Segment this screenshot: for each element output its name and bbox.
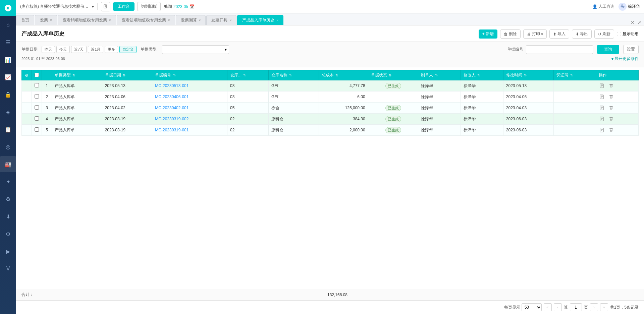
tab-home[interactable]: 首页 bbox=[16, 15, 34, 25]
td-checkbox[interactable] bbox=[32, 114, 42, 125]
show-detail-input[interactable] bbox=[617, 32, 621, 36]
edit-op-button[interactable] bbox=[599, 82, 605, 89]
next-page-button[interactable]: › bbox=[590, 303, 598, 311]
tab-invoice-open-close-icon[interactable]: × bbox=[229, 18, 231, 22]
edit-op-button[interactable] bbox=[599, 93, 605, 100]
date-btn-custom[interactable]: 自定义 bbox=[119, 46, 137, 53]
tab-product-history[interactable]: 产成品入库单历史 × bbox=[237, 15, 283, 25]
delete-op-button[interactable] bbox=[608, 116, 614, 122]
th-settings[interactable]: ⚙ bbox=[22, 70, 32, 80]
delete-op-button[interactable] bbox=[608, 127, 614, 133]
tab-invoice-calc[interactable]: 发票测算 × bbox=[176, 15, 206, 25]
td-checkbox[interactable] bbox=[32, 125, 42, 136]
sidebar-item-play[interactable]: ▶ bbox=[0, 243, 16, 259]
export-button[interactable]: ⬇ 导出 bbox=[572, 29, 592, 39]
date-btn-more[interactable]: 更多 bbox=[105, 46, 118, 53]
expand-filter-button[interactable]: ▾ 展开更多条件 bbox=[611, 56, 639, 62]
sidebar-item-gear[interactable]: ⚙ bbox=[0, 226, 16, 242]
tab-close-all-icon[interactable]: ✕ bbox=[631, 20, 635, 25]
td-doc-no[interactable]: MC-20230319-002 bbox=[152, 114, 227, 125]
new-button[interactable]: + 新增 bbox=[479, 29, 497, 39]
select-all-checkbox[interactable] bbox=[35, 73, 39, 77]
date-btn-today[interactable]: 今天 bbox=[56, 46, 70, 53]
td-checkbox[interactable] bbox=[32, 80, 42, 91]
workspace-button[interactable]: 工作台 bbox=[113, 2, 135, 11]
help-button[interactable]: 👤 人工咨询 bbox=[592, 4, 614, 9]
td-doc-no[interactable]: MC-20230402-001 bbox=[152, 103, 227, 114]
prev-page-button[interactable]: ‹ bbox=[554, 303, 562, 311]
row-checkbox[interactable] bbox=[35, 83, 39, 87]
doc-no-link[interactable]: MC-20230406-001 bbox=[155, 95, 189, 99]
th-warehouse-name[interactable]: 仓库名称 ⇅ bbox=[268, 70, 319, 80]
th-doc-type[interactable]: 单据类型 ⇅ bbox=[52, 70, 102, 80]
th-doc-status[interactable]: 单据状态 ⇅ bbox=[368, 70, 418, 80]
delete-op-button[interactable] bbox=[608, 93, 614, 100]
td-checkbox[interactable] bbox=[32, 91, 42, 103]
settings-filter-button[interactable]: 设置 bbox=[623, 45, 639, 54]
tab-invoice-calc-close-icon[interactable]: × bbox=[199, 18, 201, 22]
date-btn-yesterday[interactable]: 昨天 bbox=[42, 46, 55, 53]
th-warehouse-code[interactable]: 仓库... ⇅ bbox=[227, 70, 268, 80]
doc-no-link[interactable]: MC-20230319-001 bbox=[155, 128, 189, 132]
edit-op-button[interactable] bbox=[599, 116, 605, 122]
sidebar-item-settings[interactable]: ◈ bbox=[0, 104, 16, 120]
show-detail-checkbox[interactable]: 显示明细 bbox=[617, 31, 639, 37]
th-modifier[interactable]: 修改人 ⇅ bbox=[461, 70, 503, 80]
sidebar-item-inventory[interactable]: 🏭 bbox=[0, 156, 16, 172]
tab-invoice-close-icon[interactable]: × bbox=[50, 18, 52, 22]
date-btn-7days[interactable]: 近7天 bbox=[71, 46, 87, 53]
sidebar-item-chart[interactable]: 📊 bbox=[0, 52, 16, 68]
tab-invoice-open[interactable]: 发票开具 × bbox=[206, 15, 236, 25]
first-page-button[interactable]: « bbox=[544, 303, 552, 311]
th-total-cost[interactable]: 总成本 ⇅ bbox=[319, 70, 368, 80]
company-selector[interactable]: (库存核算) 直播轻犊通信息技术股份有限... ▾ bbox=[20, 4, 94, 9]
td-doc-no[interactable]: MC-20230406-001 bbox=[152, 91, 227, 103]
th-modify-time[interactable]: 修改时间 ⇅ bbox=[503, 70, 553, 80]
doc-no-link[interactable]: MC-20230402-001 bbox=[155, 106, 189, 110]
delete-op-button[interactable] bbox=[608, 82, 614, 89]
edit-op-button[interactable] bbox=[599, 127, 605, 133]
row-checkbox[interactable] bbox=[35, 105, 39, 110]
sidebar-item-delivery[interactable]: 📋 bbox=[0, 121, 16, 137]
th-voucher-no[interactable]: 凭证号 ⇅ bbox=[553, 70, 596, 80]
th-doc-date[interactable]: 单据日期 ⇅ bbox=[102, 70, 152, 80]
tab-purchase-vat[interactable]: 查看进项增值税专用发票 × bbox=[117, 15, 175, 25]
row-checkbox[interactable] bbox=[35, 127, 39, 132]
td-doc-no[interactable]: MC-20230319-001 bbox=[152, 125, 227, 136]
th-checkbox[interactable] bbox=[32, 70, 42, 80]
tab-purchase-vat-close-icon[interactable]: × bbox=[168, 18, 170, 22]
sidebar-item-analysis[interactable]: 📈 bbox=[0, 69, 16, 85]
td-doc-no[interactable]: MC-20230513-001 bbox=[152, 80, 227, 91]
sidebar-item-stamp[interactable]: ✦ bbox=[0, 174, 16, 190]
delete-button[interactable]: 🗑 删除 bbox=[500, 29, 521, 39]
row-checkbox[interactable] bbox=[35, 116, 39, 121]
row-checkbox[interactable] bbox=[35, 94, 39, 99]
sidebar-item-v[interactable]: V bbox=[0, 261, 16, 277]
td-checkbox[interactable] bbox=[32, 103, 42, 114]
edit-op-button[interactable] bbox=[599, 105, 605, 111]
tab-product-history-close-icon[interactable]: × bbox=[276, 18, 278, 22]
doc-no-input[interactable] bbox=[526, 45, 593, 54]
doc-no-link[interactable]: MC-20230319-002 bbox=[155, 117, 189, 121]
sidebar-item-lock[interactable]: 🔒 bbox=[0, 86, 16, 103]
date-btn-1month[interactable]: 近1月 bbox=[88, 46, 103, 53]
tab-sales-vat-close-icon[interactable]: × bbox=[109, 18, 111, 22]
per-page-select[interactable]: 50 100 200 bbox=[522, 303, 542, 311]
calendar-icon[interactable]: 📅 bbox=[190, 4, 195, 9]
sidebar-item-cycle[interactable]: ♻ bbox=[0, 191, 16, 207]
th-doc-no[interactable]: 单据编号 ⇅ bbox=[152, 70, 227, 80]
doc-type-select[interactable]: ▾ bbox=[162, 45, 229, 54]
tab-invoice[interactable]: 发票 × bbox=[35, 15, 57, 25]
tab-sales-vat[interactable]: 查看销项增值税专用发票 × bbox=[58, 15, 116, 25]
query-button[interactable]: 查询 bbox=[597, 45, 619, 54]
th-creator[interactable]: 制单人 ⇅ bbox=[418, 70, 461, 80]
user-menu[interactable]: 头 徐泽华 bbox=[619, 3, 640, 11]
sidebar-item-target[interactable]: ◎ bbox=[0, 139, 16, 155]
doc-icon-btn[interactable] bbox=[101, 2, 110, 11]
last-page-button[interactable]: » bbox=[600, 303, 608, 311]
delete-op-button[interactable] bbox=[608, 105, 614, 111]
sidebar-item-download[interactable]: ⬇ bbox=[0, 208, 16, 225]
page-input[interactable] bbox=[570, 303, 582, 311]
print-button[interactable]: 🖨 打印 ▾ bbox=[523, 29, 547, 39]
doc-no-link[interactable]: MC-20230513-001 bbox=[155, 83, 189, 88]
